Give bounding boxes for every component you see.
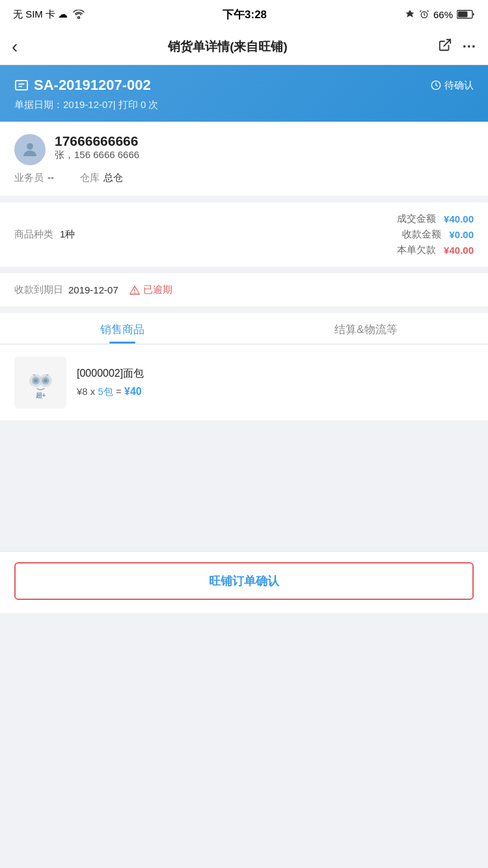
svg-point-12 <box>44 379 47 383</box>
nav-bar: ‹ 销货单详情(来自旺铺) ··· <box>0 29 488 65</box>
share-button[interactable] <box>438 38 452 55</box>
order-header-top: SA-20191207-002 待确认 <box>14 77 474 94</box>
clock-icon <box>431 80 441 90</box>
amount-label: 成交金额 <box>397 213 436 225</box>
received-label: 收款金额 <box>402 228 441 241</box>
amount-value: ¥40.00 <box>444 213 474 224</box>
duedate-label: 收款到期日 <box>14 284 63 296</box>
amount-row: 成交金额 ¥40.00 <box>397 213 474 225</box>
overdue-text: 已逾期 <box>143 284 172 296</box>
stats-card: 商品种类 1种 成交金额 ¥40.00 收款金额 ¥0.00 本单欠款 ¥40.… <box>0 202 488 267</box>
customer-details: 17666666666 张，156 6666 6666 <box>55 133 139 165</box>
tab-products[interactable]: 销售商品 <box>0 313 244 344</box>
customer-row: 17666666666 张，156 6666 6666 <box>14 133 474 165</box>
confirm-button[interactable]: 旺铺订单确认 <box>14 562 474 600</box>
warehouse-label: 仓库 <box>80 172 100 184</box>
page-title: 销货单详情(来自旺铺) <box>168 38 288 55</box>
salesperson-label: 业务员 <box>14 172 44 184</box>
product-thumbnail: 超+ <box>14 357 66 409</box>
overdue-badge: 已逾期 <box>129 284 172 296</box>
wifi-icon <box>73 10 85 19</box>
table-row: 超+ [0000002]面包 ¥8 x 5包 = ¥40 <box>0 345 488 421</box>
product-qty: 5包 <box>98 386 113 397</box>
owed-label: 本单欠款 <box>397 244 436 256</box>
more-button[interactable]: ··· <box>463 38 476 55</box>
stats-left: 商品种类 1种 <box>14 213 397 256</box>
warehouse-item: 仓库 总仓 <box>80 172 123 184</box>
svg-rect-4 <box>16 81 27 90</box>
customer-card: 17666666666 张，156 6666 6666 业务员 -- 仓库 总仓 <box>0 122 488 196</box>
bottom-action: 旺铺订单确认 <box>0 551 488 613</box>
owed-row: 本单欠款 ¥40.00 <box>397 244 474 256</box>
person-icon <box>20 140 40 159</box>
duedate-value: 2019-12-07 <box>68 284 118 295</box>
svg-line-3 <box>444 40 450 46</box>
customer-meta: 业务员 -- 仓库 总仓 <box>14 172 474 184</box>
order-date: 单据日期：2019-12-07| 打印 0 次 <box>14 99 474 111</box>
status-left: 无 SIM 卡 ☁ <box>13 8 85 21</box>
tabs-container: 销售商品 结算&物流等 <box>0 313 488 344</box>
nav-actions: ··· <box>438 38 476 55</box>
owed-value: ¥40.00 <box>444 245 474 256</box>
status-right: 66% <box>405 9 475 20</box>
location-icon <box>405 9 415 20</box>
battery-icon <box>457 10 475 19</box>
sim-status: 无 SIM 卡 ☁ <box>13 8 68 21</box>
product-list: 超+ [0000002]面包 ¥8 x 5包 = ¥40 <box>0 345 488 421</box>
product-name: [0000002]面包 <box>77 367 474 381</box>
stats-right: 成交金额 ¥40.00 收款金额 ¥0.00 本单欠款 ¥40.00 <box>397 213 474 256</box>
salesperson-value: -- <box>47 172 54 184</box>
battery-level: 66% <box>433 9 453 20</box>
back-button[interactable]: ‹ <box>12 36 18 57</box>
product-logo: 超+ <box>23 366 59 399</box>
avatar <box>14 134 46 165</box>
duedate-card: 收款到期日 2019-12-07 已逾期 <box>0 273 488 306</box>
warehouse-value: 总仓 <box>103 172 123 184</box>
svg-point-11 <box>34 379 38 383</box>
customer-name: 张，156 6666 6666 <box>55 149 139 161</box>
received-value: ¥0.00 <box>449 229 474 240</box>
order-status: 待确认 <box>431 79 474 92</box>
svg-rect-2 <box>457 12 467 18</box>
order-id: SA-20191207-002 <box>14 77 151 94</box>
tab-settlement[interactable]: 结算&物流等 <box>244 313 488 344</box>
product-info: [0000002]面包 ¥8 x 5包 = ¥40 <box>77 357 474 409</box>
order-header: SA-20191207-002 待确认 单据日期：2019-12-07| 打印 … <box>0 65 488 122</box>
status-bar: 无 SIM 卡 ☁ 下午3:28 66% <box>0 0 488 29</box>
svg-point-6 <box>27 143 33 150</box>
svg-text:超+: 超+ <box>35 392 46 399</box>
spacer <box>0 421 488 551</box>
order-icon <box>14 79 29 91</box>
product-price: ¥8 x 5包 = ¥40 <box>77 386 474 398</box>
product-total: ¥40 <box>124 386 142 397</box>
salesperson-item: 业务员 -- <box>14 172 54 184</box>
received-row: 收款金额 ¥0.00 <box>402 228 474 241</box>
alarm-icon <box>419 9 429 20</box>
status-time: 下午3:28 <box>223 7 267 22</box>
product-type-value: 1种 <box>60 228 75 241</box>
product-type-label: 商品种类 <box>14 228 53 241</box>
warning-icon <box>129 284 141 296</box>
customer-phone: 17666666666 <box>55 133 139 149</box>
